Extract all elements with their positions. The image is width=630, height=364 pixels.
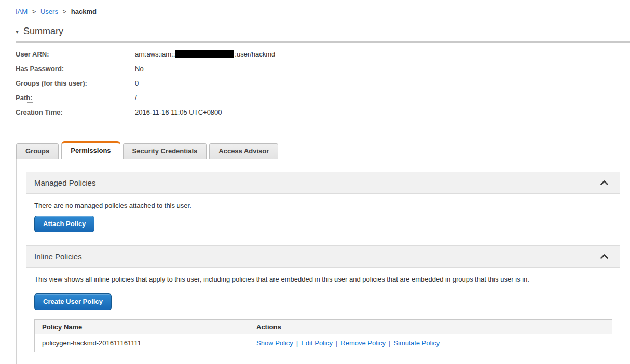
chevron-up-icon[interactable] <box>600 254 608 259</box>
actions-cell: Show Policy|Edit Policy|Remove Policy|Si… <box>249 334 612 352</box>
permissions-tab-panel: Managed Policies There are no managed po… <box>16 159 621 364</box>
breadcrumb-separator: > <box>63 8 67 16</box>
table-header-row: Policy Name Actions <box>35 320 612 334</box>
redacted-account-id <box>175 50 234 58</box>
field-label: Groups (for this user): <box>16 79 135 88</box>
field-user-arn: User ARN: arn:aws:iam:::user/hackmd <box>16 50 630 59</box>
tab-permissions[interactable]: Permissions <box>61 141 120 159</box>
breadcrumb-link-iam[interactable]: IAM <box>16 8 28 16</box>
user-arn-value: arn:aws:iam:::user/hackmd <box>135 50 275 59</box>
action-separator: | <box>389 339 390 347</box>
inline-policies-body: This view shows all inline policies that… <box>26 268 620 360</box>
creation-time-value: 2016-11-16 11:05 UTC+0800 <box>135 108 222 117</box>
action-separator: | <box>296 339 298 347</box>
chevron-up-icon[interactable] <box>600 180 608 185</box>
edit-policy-link[interactable]: Edit Policy <box>301 339 333 347</box>
tab-groups[interactable]: Groups <box>16 143 59 159</box>
actions-column-header: Actions <box>249 320 612 334</box>
action-separator: | <box>336 339 337 347</box>
field-label: User ARN: <box>16 50 135 59</box>
breadcrumb-separator: > <box>32 8 36 16</box>
inline-policies-header[interactable]: Inline Policies <box>26 246 620 268</box>
breadcrumb-current-user: hackmd <box>71 8 97 16</box>
create-user-policy-button[interactable]: Create User Policy <box>34 293 112 310</box>
table-row: policygen-hackmd-201611161111 Show Polic… <box>35 334 612 352</box>
remove-policy-link[interactable]: Remove Policy <box>340 339 386 347</box>
tab-bar: Groups Permissions Security Credentials … <box>16 141 630 159</box>
field-creation-time: Creation Time: 2016-11-16 11:05 UTC+0800 <box>16 108 630 117</box>
inline-policies-section: Inline Policies This view shows all inli… <box>26 245 620 360</box>
managed-policies-title: Managed Policies <box>34 178 95 187</box>
show-policy-link[interactable]: Show Policy <box>256 339 293 347</box>
disclosure-triangle-icon: ▾ <box>16 29 19 35</box>
field-label: Creation Time: <box>16 108 135 117</box>
summary-fields: User ARN: arn:aws:iam:::user/hackmd Has … <box>16 50 630 117</box>
attach-policy-button[interactable]: Attach Policy <box>34 216 94 232</box>
field-path: Path: / <box>16 93 630 102</box>
managed-policies-empty-text: There are no managed policies attached t… <box>34 202 612 209</box>
managed-policies-header[interactable]: Managed Policies <box>26 172 620 194</box>
simulate-policy-link[interactable]: Simulate Policy <box>393 339 440 347</box>
has-password-value: No <box>135 64 144 73</box>
managed-policies-body: There are no managed policies attached t… <box>26 194 620 245</box>
breadcrumb: IAM > Users > hackmd <box>0 0 630 16</box>
field-groups: Groups (for this user): 0 <box>16 79 630 88</box>
field-has-password: Has Password: No <box>16 64 630 73</box>
summary-section-header[interactable]: ▾ Summary <box>16 26 630 43</box>
summary-title: Summary <box>23 26 63 37</box>
managed-policies-section: Managed Policies There are no managed po… <box>26 172 620 246</box>
groups-count-value: 0 <box>135 79 139 88</box>
path-value: / <box>135 93 137 102</box>
breadcrumb-link-users[interactable]: Users <box>40 8 58 16</box>
policy-name-column-header: Policy Name <box>35 320 249 334</box>
tab-security-credentials[interactable]: Security Credentials <box>123 143 207 159</box>
tab-access-advisor[interactable]: Access Advisor <box>209 143 278 159</box>
inline-policies-table: Policy Name Actions policygen-hackmd-201… <box>34 319 612 352</box>
field-label: Path: <box>16 93 135 102</box>
inline-policies-description: This view shows all inline policies that… <box>34 275 612 283</box>
policy-name-cell: policygen-hackmd-201611161111 <box>35 334 249 352</box>
inline-policies-title: Inline Policies <box>34 252 82 261</box>
field-label: Has Password: <box>16 64 135 73</box>
